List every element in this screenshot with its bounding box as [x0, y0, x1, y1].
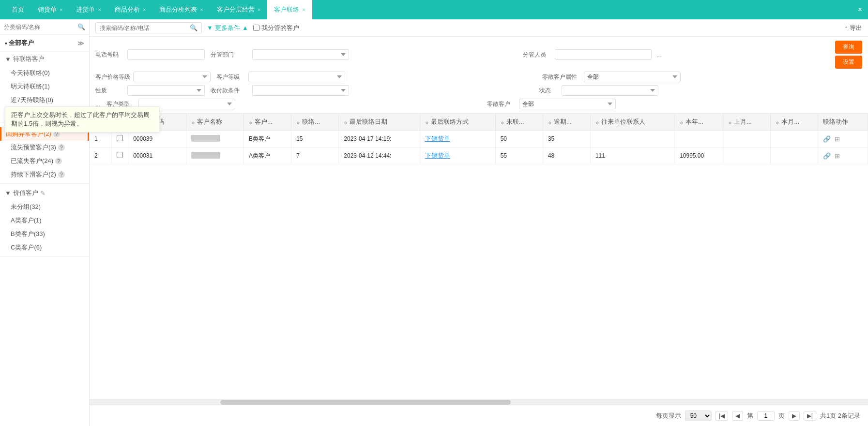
row2-this-year: 10995.00 — [675, 147, 723, 164]
help-icon-declining[interactable]: ? — [58, 171, 65, 178]
sidebar-item-7days[interactable]: 近7天待联络(0) — [0, 93, 89, 107]
row1-action-grid-icon[interactable]: ⊞ — [835, 135, 840, 143]
value-group-edit-icon[interactable]: ✎ — [40, 190, 46, 197]
sidebar-search-icon[interactable]: 🔍 — [77, 23, 85, 30]
pending-arrow-icon: ▼ — [5, 56, 11, 63]
close-goods-list-icon[interactable]: × — [200, 7, 203, 13]
sidebar-item-c-class[interactable]: C类客户(6) — [0, 241, 89, 254]
table-container: ⚙ ⬦ 客户编码 — [90, 114, 868, 399]
phone-input[interactable] — [127, 49, 205, 60]
dept-select[interactable] — [252, 49, 349, 60]
filter-arrow-icon: ▲ — [242, 24, 248, 31]
page-number-input[interactable] — [757, 411, 775, 421]
retail2-select[interactable]: 全部 — [519, 99, 616, 109]
th-last-way-sort-icon[interactable]: ⬦ — [425, 118, 429, 126]
price-grade-select[interactable] — [133, 72, 211, 82]
row2-contact-person: 111 — [590, 147, 674, 164]
first-page-btn[interactable]: |◀ — [716, 411, 728, 421]
row2-last-way-link[interactable]: 下销货单 — [425, 152, 450, 159]
help-icon-churned[interactable]: ? — [55, 158, 62, 164]
row1-overdue: 35 — [543, 131, 590, 147]
filter-search-input[interactable] — [100, 25, 190, 31]
customer-grade-select[interactable] — [248, 72, 345, 82]
nav-home[interactable]: 首页 — [5, 0, 31, 19]
row2-checkbox[interactable] — [117, 152, 123, 158]
main-layout: 🔍 ▪ 全部客户 ≫ ▼ 待联络客户 今天待联络(0) 明天待联络(1) 近7天… — [0, 19, 868, 426]
filter-more-btn[interactable]: ▼ 更多条件 ▲ — [207, 24, 248, 32]
sidebar-all-customers[interactable]: ▪ 全部客户 ≫ — [0, 35, 89, 52]
gender-select[interactable] — [127, 85, 205, 96]
th-grade-sort-icon[interactable]: ⬦ — [249, 118, 253, 126]
row1-action-link-icon[interactable]: 🔗 — [823, 135, 831, 143]
payment-select[interactable] — [252, 85, 349, 96]
nav-purchase[interactable]: 进货单 × — [69, 0, 107, 19]
person-input[interactable] — [555, 49, 652, 60]
sidebar-search-input[interactable] — [4, 24, 77, 30]
sidebar-item-b-class[interactable]: B类客户(33) — [0, 227, 89, 241]
row2-action-grid-icon[interactable]: ⊞ — [835, 152, 840, 160]
sidebar-item-tomorrow[interactable]: 明天待联络(1) — [0, 80, 89, 93]
nav-customer-contact[interactable]: 客户联络 × — [267, 0, 312, 19]
sidebar-item-today[interactable]: 今天待联络(0) — [0, 66, 89, 80]
nav-goods-list[interactable]: 商品分析列表 × — [152, 0, 210, 19]
nav-goods-analysis[interactable]: 商品分析 × — [108, 0, 152, 19]
th-last-month-sort-icon[interactable]: ⬦ — [728, 118, 732, 126]
value-arrow-icon: ▼ — [5, 190, 11, 197]
row1-grade: B类客户 — [244, 131, 291, 147]
row1-actions: 🔗 ⊞ — [818, 131, 868, 147]
sidebar-item-ungrouped[interactable]: 未分组(32) — [0, 200, 89, 214]
sidebar-item-churned[interactable]: 已流失客户(24) ? — [0, 154, 89, 168]
close-purchase-icon[interactable]: × — [98, 7, 101, 13]
export-button[interactable]: ↑ 导出 — [845, 24, 863, 32]
help-icon-churn-warning[interactable]: ? — [58, 144, 65, 151]
sidebar-item-declining[interactable]: 持续下滑客户(2) ? — [0, 168, 89, 181]
sidebar-collapse-icon[interactable]: ≫ — [77, 40, 84, 47]
th-contact-person-sort-icon[interactable]: ⬦ — [595, 118, 599, 126]
row1-action-icons: 🔗 ⊞ — [823, 135, 863, 143]
th-contact-sort-icon[interactable]: ⬦ — [296, 118, 300, 126]
th-this-month-sort-icon[interactable]: ⬦ — [776, 118, 779, 126]
export-icon: ↑ — [845, 24, 848, 31]
row1-last-way-link[interactable]: 下销货单 — [425, 135, 450, 142]
filter-search-icon[interactable]: 🔍 — [190, 24, 198, 31]
row2-last-date: 2023-04-12 14:44: — [339, 147, 420, 164]
last-page-btn[interactable]: ▶| — [804, 411, 816, 421]
row2-actions: 🔗 ⊞ — [818, 147, 868, 164]
close-customer-contact-icon[interactable]: × — [302, 7, 305, 13]
prev-page-btn[interactable]: ◀ — [732, 411, 743, 421]
value-customer-label[interactable]: ▼ 价值客户 ✎ — [0, 186, 89, 200]
nav-sales[interactable]: 销货单 × — [31, 0, 69, 19]
th-last-date-sort-icon[interactable]: ⬦ — [344, 118, 348, 126]
my-customer-checkbox[interactable] — [253, 25, 259, 31]
sidebar-item-a-class[interactable]: A类客户(1) — [0, 214, 89, 227]
person-more-icon[interactable]: ... — [656, 51, 662, 59]
next-page-btn[interactable]: ▶ — [789, 411, 800, 421]
th-overdue-sort-icon[interactable]: ⬦ — [548, 118, 552, 126]
nav-customer-tier[interactable]: 客户分层经营 × — [210, 0, 267, 19]
th-name-sort-icon[interactable]: ⬦ — [191, 118, 195, 126]
row2-name-blur — [191, 152, 220, 159]
window-close-button[interactable]: × — [858, 5, 862, 14]
close-goods-analysis-icon[interactable]: × — [143, 7, 146, 13]
close-customer-tier-icon[interactable]: × — [258, 7, 260, 13]
query-button[interactable]: 查询 — [835, 41, 862, 54]
th-not-contact-sort-icon[interactable]: ⬦ — [501, 118, 504, 126]
retail-attr-select[interactable]: 全部 — [584, 72, 681, 82]
customer-table: ⚙ ⬦ 客户编码 — [90, 114, 868, 164]
set-button[interactable]: 设置 — [835, 56, 862, 69]
scroll-thumb[interactable] — [220, 400, 511, 405]
horizontal-scrollbar[interactable] — [90, 399, 868, 405]
filter-dept: 分管部门 — [211, 49, 517, 60]
row1-checkbox[interactable] — [117, 135, 123, 141]
row2-contact: 7 — [291, 147, 339, 164]
row2-code: 000031 — [128, 147, 186, 164]
pending-contact-label[interactable]: ▼ 待联络客户 — [0, 52, 89, 66]
row1-last-date: 2023-04-17 14:19: — [339, 131, 420, 147]
status-select[interactable] — [562, 85, 658, 96]
row2-action-link-icon[interactable]: 🔗 — [823, 152, 831, 160]
close-sales-icon[interactable]: × — [60, 7, 62, 13]
table-row: 2 000031 A类客户 7 2023-04-12 14:44: 下销货单 — [90, 147, 868, 164]
sidebar-item-churn-warning[interactable]: 流失预警客户(3) ? — [0, 141, 89, 154]
per-page-select[interactable]: 50 20 100 — [685, 411, 712, 421]
th-this-year-sort-icon[interactable]: ⬦ — [680, 118, 684, 126]
